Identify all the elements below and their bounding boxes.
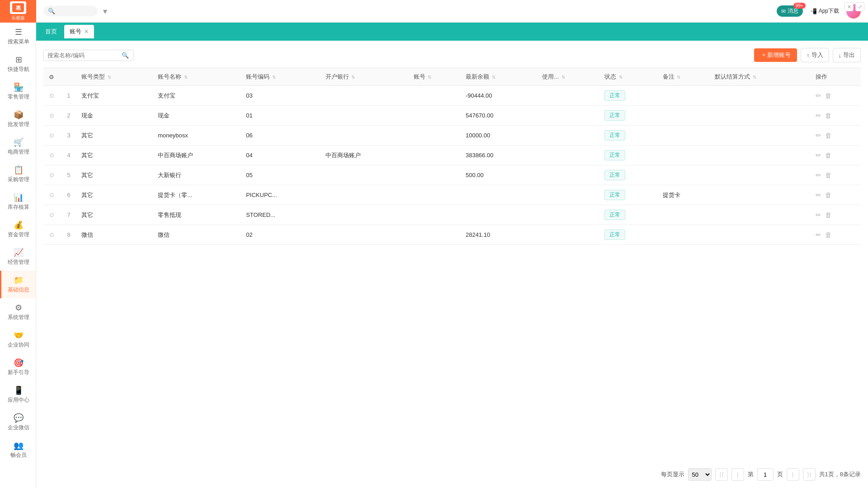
sidebar-item-system-mgmt[interactable]: ⚙ 系统管理	[0, 298, 36, 326]
first-page-btn[interactable]: ⟨⟨	[715, 468, 728, 481]
sidebar-item-app-center[interactable]: 📱 应用中心	[0, 381, 36, 408]
table-row: ⊙ 7 其它 零售抵现 STORED... 正常 ✏ 🗑	[43, 205, 861, 225]
table-search-input[interactable]	[47, 52, 120, 59]
row-remark	[659, 165, 711, 185]
edit-icon[interactable]: ✏	[816, 112, 821, 120]
per-page-select[interactable]: 50 20 100	[688, 468, 712, 481]
sidebar-item-inventory[interactable]: 📊 库存核算	[0, 188, 36, 216]
next-page-btn[interactable]: ⟩	[787, 468, 799, 481]
edit-icon[interactable]: ✏	[816, 151, 821, 160]
table-search-box[interactable]: 🔍	[43, 50, 134, 61]
prev-page-btn[interactable]: ⟨	[731, 468, 744, 481]
row-settings[interactable]: ⊙	[43, 126, 60, 145]
col-header-latest-balance[interactable]: 最新余额 ⇅	[462, 68, 538, 86]
main-area: 🔍 ▾ ✉ 消息 99+ 📲 App下载 首页 账号 ✕	[36, 0, 868, 488]
row-latest-balance: -90444.00	[462, 86, 538, 106]
enterprise-agreement-icon: 🤝	[14, 330, 24, 340]
add-account-button[interactable]: + 新增账号	[754, 48, 797, 62]
sidebar-item-retail-mgmt[interactable]: 🏪 零售管理	[0, 78, 36, 105]
delete-icon[interactable]: 🗑	[825, 131, 832, 139]
row-settings[interactable]: ⊙	[43, 205, 60, 225]
ecom-mgmt-icon: 🛒	[14, 137, 24, 147]
sidebar-item-search-menu[interactable]: ☰ 搜索菜单	[0, 23, 36, 50]
delete-icon[interactable]: 🗑	[825, 171, 832, 179]
row-num: 8	[60, 225, 78, 245]
quick-nav-icon: ⊞	[15, 55, 22, 65]
delete-icon[interactable]: 🗑	[825, 211, 832, 219]
global-search-input[interactable]	[57, 8, 93, 14]
sidebar-item-basic-info[interactable]: 📁 基础信息	[0, 271, 36, 298]
global-search-box[interactable]: 🔍	[43, 6, 98, 16]
sidebar-item-enterprise-wechat[interactable]: 💬 企业微信	[0, 408, 36, 436]
delete-icon[interactable]: 🗑	[825, 231, 832, 239]
sidebar-item-operation-mgmt[interactable]: 📈 经营管理	[0, 243, 36, 271]
add-button-label: + 新增账号	[762, 51, 791, 59]
row-status: 正常	[601, 126, 659, 145]
row-bank	[322, 185, 410, 205]
finance-mgmt-icon: 💰	[14, 220, 24, 230]
row-settings[interactable]: ⊙	[43, 165, 60, 185]
tab-account-close[interactable]: ✕	[84, 28, 89, 35]
edit-icon[interactable]: ✏	[816, 171, 821, 179]
row-usage	[538, 106, 601, 126]
col-header-account[interactable]: 账号 ⇅	[410, 68, 462, 86]
tab-home[interactable]: 首页	[40, 25, 62, 38]
row-bank	[322, 225, 410, 245]
sidebar-item-label: 基础信息	[8, 286, 29, 294]
export-label: 导出	[843, 51, 855, 59]
import-button[interactable]: ↑ 导入	[801, 48, 829, 62]
delete-icon[interactable]: 🗑	[825, 112, 832, 119]
edit-icon[interactable]: ✏	[816, 231, 821, 239]
sidebar-item-ecom-mgmt[interactable]: 🛒 电商管理	[0, 133, 36, 160]
dropdown-icon[interactable]: ▾	[103, 6, 107, 16]
last-page-btn[interactable]: ⟩⟩	[803, 468, 816, 481]
export-button[interactable]: ↓ 导出	[833, 48, 861, 62]
sidebar-item-newcomer-guide[interactable]: 🎯 新手引导	[0, 353, 36, 381]
sidebar-item-purchase-mgmt[interactable]: 📋 采购管理	[0, 160, 36, 188]
page-input[interactable]	[757, 468, 774, 481]
col-header-account-code[interactable]: 账号编码 ⇅	[242, 68, 321, 86]
row-bank	[322, 126, 410, 145]
window-close-btn[interactable]: ✕	[844, 2, 854, 11]
col-header-remark[interactable]: 备注 ⇅	[659, 68, 711, 86]
sidebar-item-wholesale-mgmt[interactable]: 📦 批发管理	[0, 105, 36, 133]
account-table: ⚙ 账号类型 ⇅ 账号名称 ⇅ 账号编码 ⇅	[43, 68, 861, 245]
row-settings[interactable]: ⊙	[43, 86, 60, 106]
col-header-bank[interactable]: 开户银行 ⇅	[322, 68, 410, 86]
col-header-usage[interactable]: 使用... ⇅	[538, 68, 601, 86]
sidebar-item-label: 批发管理	[8, 121, 29, 128]
row-usage	[538, 145, 601, 165]
content-area: 🔍 + 新增账号 ↑ 导入 ↓ 导出	[36, 41, 868, 488]
row-remark	[659, 145, 711, 165]
edit-icon[interactable]: ✏	[816, 211, 821, 219]
sidebar-item-member[interactable]: 👥 畅会员	[0, 436, 36, 464]
row-settings[interactable]: ⊙	[43, 185, 60, 205]
tab-account[interactable]: 账号 ✕	[64, 25, 94, 38]
col-header-account-type[interactable]: 账号类型 ⇅	[78, 68, 154, 86]
retail-mgmt-icon: 🏪	[14, 82, 24, 92]
tab-bar: 首页 账号 ✕ ✕ ⤢	[36, 23, 868, 41]
window-expand-btn[interactable]: ⤢	[855, 2, 864, 11]
col-header-default-settlement[interactable]: 默认结算方式 ⇅	[711, 68, 812, 86]
edit-icon[interactable]: ✏	[816, 131, 821, 140]
search-icon: 🔍	[48, 8, 55, 14]
app-download-button[interactable]: 📲 App下载	[810, 7, 839, 15]
edit-icon[interactable]: ✏	[816, 191, 821, 199]
col-header-status[interactable]: 状态 ⇅	[601, 68, 659, 86]
delete-icon[interactable]: 🗑	[825, 191, 832, 199]
row-usage	[538, 165, 601, 185]
message-button[interactable]: ✉ 消息 99+	[777, 5, 803, 17]
delete-icon[interactable]: 🗑	[825, 92, 832, 99]
sidebar-item-enterprise-agreement[interactable]: 🤝 企业协同	[0, 326, 36, 353]
sidebar-item-quick-nav[interactable]: ⊞ 快捷导航	[0, 50, 36, 78]
col-header-account-name[interactable]: 账号名称 ⇅	[154, 68, 242, 86]
edit-icon[interactable]: ✏	[816, 92, 821, 100]
row-latest-balance	[462, 185, 538, 205]
delete-icon[interactable]: 🗑	[825, 151, 832, 159]
row-settings[interactable]: ⊙	[43, 106, 60, 126]
row-settings[interactable]: ⊙	[43, 225, 60, 245]
col-header-settings[interactable]: ⚙	[43, 68, 60, 86]
row-action: ✏ 🗑	[812, 205, 861, 225]
row-settings[interactable]: ⊙	[43, 145, 60, 165]
sidebar-item-finance-mgmt[interactable]: 💰 资金管理	[0, 216, 36, 243]
